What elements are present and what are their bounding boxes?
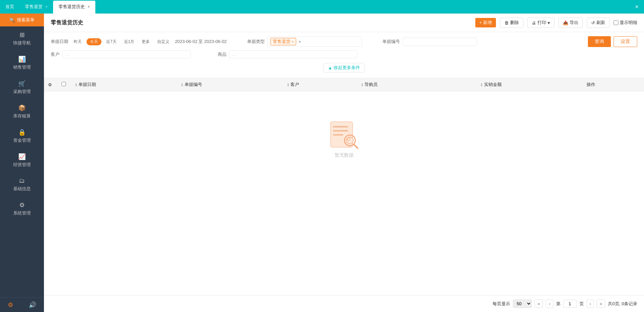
sidebar-item-purchase-label: 采购管理: [13, 89, 31, 95]
date-btn-more[interactable]: 更多: [139, 38, 152, 45]
number-filter-input[interactable]: [403, 38, 477, 46]
type-tag-close-icon[interactable]: ×: [292, 40, 294, 44]
system-icon: ⚙: [19, 201, 25, 209]
sidebar-item-operation-label: 经营管理: [13, 162, 31, 168]
settings-button[interactable]: 设置: [614, 36, 637, 47]
col-guide: ↕ 导购员: [357, 78, 447, 91]
type-filter[interactable]: 单据类型 零售退货 × ▾: [247, 37, 362, 47]
sidebar: 🔍 搜索菜单 ⊞ 快捷导航 📊 销售管理 🛒 采购管理 📦 库存核算 🔒 资金管…: [0, 14, 44, 312]
page-size-label: 每页显示: [493, 301, 510, 307]
empty-state: 暂无数据: [44, 91, 644, 185]
sidebar-item-basic-info-label: 基础信息: [13, 186, 31, 192]
refresh-icon: ↺: [591, 20, 595, 25]
tab-home[interactable]: 首页: [0, 0, 20, 14]
goods-filter-input[interactable]: ...: [229, 50, 358, 58]
type-tag: 零售退货 ×: [270, 38, 296, 45]
search-icon: 🔍: [9, 18, 15, 23]
close-history-icon[interactable]: ×: [88, 4, 90, 9]
customer-filter-input[interactable]: ...: [62, 50, 191, 58]
sidebar-item-basic-info[interactable]: 🗂 基础信息: [0, 173, 44, 197]
type-tag-input[interactable]: 零售退货 × ▾: [267, 37, 362, 47]
customer-filter-label: 客户: [51, 51, 59, 58]
collapse-label: 收起更多条件: [334, 65, 360, 71]
date-filter-label: 单据日期: [51, 39, 68, 45]
export-button[interactable]: 📤 导出: [558, 18, 583, 28]
print-dropdown-icon: ▾: [548, 20, 550, 25]
delete-button[interactable]: 🗑 删除: [500, 18, 523, 28]
last-page-button[interactable]: »: [597, 299, 605, 308]
tab-home-label: 首页: [5, 4, 14, 10]
collapse-button[interactable]: ▲ 收起更多条件: [324, 63, 364, 72]
settings-bottom-icon[interactable]: ⚙: [8, 301, 13, 309]
col-actions: 操作: [582, 78, 644, 91]
page-header: 零售退货历史 + 新增 🗑 删除 🖨 打印 ▾ 📤 导出 ↺: [44, 14, 644, 32]
select-all-checkbox[interactable]: [62, 82, 66, 86]
col-date: ↕ 单据日期: [71, 78, 177, 91]
close-retail-return-icon[interactable]: ×: [45, 4, 48, 9]
tab-retail-return-label: 零售退货: [25, 4, 43, 10]
sidebar-item-system-mgmt[interactable]: ⚙ 系统管理: [0, 197, 44, 221]
date-filter: 单据日期 昨天 今天 近7天 近1月 更多 自定义 2023-06-02 至 2…: [51, 38, 227, 45]
type-tag-text: 零售退货: [273, 39, 290, 45]
total-info: 共0页, 0条记录: [608, 301, 637, 307]
sidebar-item-inventory[interactable]: 📦 库存核算: [0, 99, 44, 124]
sidebar-search[interactable]: 🔍 搜索菜单: [0, 14, 44, 26]
date-btn-1month[interactable]: 近1月: [121, 38, 137, 45]
page-number-input[interactable]: [563, 300, 577, 308]
col-customer: ↕ 客户: [283, 78, 357, 91]
inventory-icon: 📦: [18, 104, 26, 112]
purchase-icon: 🛒: [18, 80, 26, 87]
filter-row-1: 单据日期 昨天 今天 近7天 近1月 更多 自定义 2023-06-02 至 2…: [51, 36, 637, 47]
goods-ellipsis: ...: [232, 52, 236, 57]
date-btn-custom[interactable]: 自定义: [154, 38, 172, 45]
sidebar-item-purchase-mgmt[interactable]: 🛒 采购管理: [0, 75, 44, 99]
number-filter: 单据编号: [382, 38, 477, 46]
sidebar-item-finance-mgmt[interactable]: 🔒 资金管理: [0, 124, 44, 148]
page-unit: 页: [579, 301, 584, 307]
filter-row-2: 客户 ... 商品 ...: [51, 50, 637, 58]
col-guide-label: ↕ 导购员: [361, 82, 378, 87]
data-table: ⚙ ↕ 单据日期 ↕ 单据编号 ↕ 客户: [44, 78, 644, 185]
sidebar-item-quick-nav[interactable]: ⊞ 快捷导航: [0, 26, 44, 51]
settings-col-icon[interactable]: ⚙: [48, 82, 52, 87]
sidebar-item-sales-label: 销售管理: [13, 64, 31, 70]
sidebar-item-sales-mgmt[interactable]: 📊 销售管理: [0, 51, 44, 75]
refresh-button[interactable]: ↺ 刷新: [587, 18, 610, 28]
date-btn-yesterday[interactable]: 昨天: [71, 38, 85, 45]
show-detail-checkbox[interactable]: [614, 20, 618, 25]
tab-retail-return[interactable]: 零售退货 ×: [20, 0, 53, 14]
sidebar-item-operation-mgmt[interactable]: 📈 经营管理: [0, 148, 44, 173]
filter-area: 单据日期 昨天 今天 近7天 近1月 更多 自定义 2023-06-02 至 2…: [44, 32, 644, 78]
new-button[interactable]: + 新增: [475, 18, 496, 27]
page-title: 零售退货历史: [51, 19, 83, 26]
prev-page-button[interactable]: ‹: [546, 299, 553, 308]
goods-filter: 商品 ...: [218, 50, 358, 58]
col-spacer: [447, 78, 476, 91]
audio-icon[interactable]: 🔊: [29, 301, 36, 309]
sidebar-item-finance-label: 资金管理: [13, 137, 31, 143]
basic-info-icon: 🗂: [19, 177, 25, 184]
finance-icon: 🔒: [18, 129, 26, 136]
page-size-select[interactable]: 50 100 200: [513, 299, 532, 308]
query-button[interactable]: 查询: [588, 36, 611, 47]
print-icon: 🖨: [532, 20, 536, 25]
date-btn-7days[interactable]: 近7天: [103, 38, 119, 45]
type-dropdown-icon: ▾: [299, 40, 301, 44]
date-btn-today[interactable]: 今天: [87, 38, 101, 45]
collapse-icon: ▲: [328, 65, 332, 70]
svg-rect-2: [333, 130, 348, 132]
col-customer-label: ↕ 客户: [287, 82, 299, 87]
quick-nav-icon: ⊞: [20, 31, 25, 39]
page-label: 第: [556, 301, 560, 307]
empty-illustration: [326, 118, 363, 152]
next-page-button[interactable]: ›: [587, 299, 594, 308]
print-button[interactable]: 🖨 打印 ▾: [527, 18, 554, 28]
col-date-label: ↕ 单据日期: [75, 82, 96, 87]
tab-retail-return-history[interactable]: 零售退货历史 ×: [53, 1, 95, 14]
window-close-button[interactable]: ×: [629, 3, 644, 10]
customer-filter: 客户 ...: [51, 50, 191, 58]
col-settings: ⚙: [44, 78, 57, 91]
pagination: 每页显示 50 100 200 « ‹ 第 页 › » 共0页, 0条记录: [44, 295, 644, 312]
tab-list: 首页 零售退货 × 零售退货历史 ×: [0, 0, 629, 14]
first-page-button[interactable]: «: [534, 299, 543, 308]
